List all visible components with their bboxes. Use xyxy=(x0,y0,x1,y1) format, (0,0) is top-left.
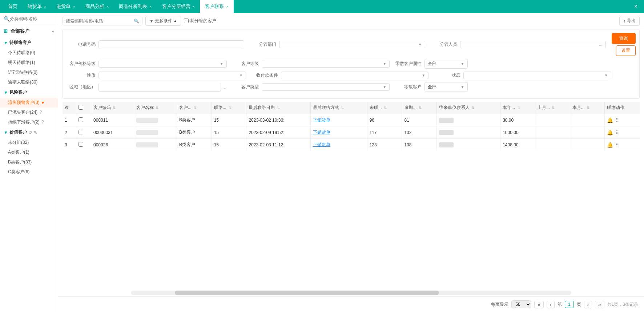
nav-customer-contact[interactable]: 客户联系 × xyxy=(200,0,233,13)
export-button[interactable]: ↑ 导出 xyxy=(619,16,640,26)
nav-product-analysis-close[interactable]: × xyxy=(106,4,109,9)
adv-filter-action-btns: 查询 设置 xyxy=(612,33,636,56)
sidebar-item-declining[interactable]: 持续下滑客户(2) ? xyxy=(0,117,58,127)
price-tier-select[interactable]: ▼ xyxy=(98,60,227,68)
sort-nocontact-icon[interactable]: ⇅ xyxy=(384,106,387,110)
export-icon: ↑ xyxy=(623,19,625,24)
action-more-icon[interactable]: ⠿ xyxy=(615,142,619,148)
sort-person-icon[interactable]: ⇅ xyxy=(471,106,474,110)
nav-product-analysis-list[interactable]: 商品分析列表 × xyxy=(114,0,157,13)
payment-select[interactable]: ▼ xyxy=(281,72,428,79)
action-more-icon[interactable]: ⠿ xyxy=(615,117,619,123)
per-page-label: 每页显示 xyxy=(491,301,508,308)
nav-product-analysis[interactable]: 商品分析 × xyxy=(80,0,114,13)
col-action: 联络动作 xyxy=(605,102,640,114)
sidebar-group-value[interactable]: ▼ 价值客户 ↺ ✎ xyxy=(0,127,58,138)
refresh-icon[interactable]: ↺ xyxy=(28,130,32,135)
sidebar-item-today[interactable]: 今天待联络(0) xyxy=(0,48,58,58)
sidebar-all-customers[interactable]: ⊞ 全部客户 « xyxy=(0,25,58,37)
page-last-btn[interactable]: » xyxy=(595,301,604,308)
sort-lastmonth-icon[interactable]: ⇅ xyxy=(552,106,555,110)
status-select[interactable]: ▼ xyxy=(463,72,611,79)
my-customers-checkbox[interactable] xyxy=(184,19,189,23)
window-close-icon[interactable]: × xyxy=(631,3,641,10)
sort-type-icon[interactable]: ⇅ xyxy=(193,106,196,110)
sidebar-search-input[interactable] xyxy=(10,16,58,21)
retail-attr-select[interactable]: 全部 ▼ xyxy=(424,59,467,69)
edit-icon[interactable]: ✎ xyxy=(33,130,37,135)
sidebar-item-type-a[interactable]: A类客户(1) xyxy=(0,147,58,157)
sidebar-item-ungrouped[interactable]: 未分组(32) xyxy=(0,138,58,147)
scrollbar-thumb[interactable] xyxy=(175,291,439,295)
row-contact-count: 15 xyxy=(212,126,246,139)
page-first-btn[interactable]: « xyxy=(534,301,543,308)
row-this-month xyxy=(570,139,605,151)
dept-select[interactable]: ▼ xyxy=(279,41,425,48)
sort-contact-icon[interactable]: ⇅ xyxy=(228,106,231,110)
filter-search-icon[interactable]: 🔍 xyxy=(134,19,139,24)
query-button[interactable]: 查询 xyxy=(612,33,636,44)
sort-year-icon[interactable]: ⇅ xyxy=(517,106,520,110)
sort-method-icon[interactable]: ⇅ xyxy=(341,106,344,110)
nav-sales-order[interactable]: 销货单 × xyxy=(23,0,51,13)
filter-search-input[interactable] xyxy=(66,19,134,24)
nav-sales-order-close[interactable]: × xyxy=(44,4,46,9)
table-row: 1 000011 B类客户 15 2023-03-02 10:30: 下销货单 … xyxy=(63,114,640,126)
nav-customer-contact-close[interactable]: × xyxy=(226,4,228,9)
nav-purchase-order-close[interactable]: × xyxy=(73,4,75,9)
sort-code-icon[interactable]: ⇅ xyxy=(113,106,116,110)
sidebar-item-churn-warning[interactable]: 流失预警客户(3) ● xyxy=(0,98,58,108)
row-code: 000026 xyxy=(91,139,134,151)
action-more-icon[interactable]: ⠿ xyxy=(615,130,619,135)
horizontal-scrollbar[interactable] xyxy=(131,291,571,295)
row-customer-type: B类客户 xyxy=(177,126,212,139)
nav-product-analysis-list-close[interactable]: × xyxy=(149,4,152,9)
nav-customer-tier-close[interactable]: × xyxy=(193,4,195,9)
page-prev-btn[interactable]: ‹ xyxy=(547,301,555,308)
adv-field-status: 状态 ▼ xyxy=(431,72,611,79)
page-next-btn[interactable]: › xyxy=(584,301,592,308)
person-select[interactable]: … xyxy=(460,41,606,48)
customer-tier-select[interactable]: ▼ xyxy=(262,60,390,68)
sort-overdue-icon[interactable]: ⇅ xyxy=(419,106,422,110)
filter-my-customers[interactable]: 我分管的客户 xyxy=(184,18,216,24)
sidebar-item-tomorrow[interactable]: 明天待联络(1) xyxy=(0,58,58,68)
retail-select[interactable]: 全部 ▼ xyxy=(424,82,467,92)
row-checkbox[interactable] xyxy=(76,126,91,139)
filter-more-btn[interactable]: ▼ 更多条件 ▲ xyxy=(145,16,181,26)
dept-select-arrow: ▼ xyxy=(418,42,422,46)
sidebar-group-pending-arrow: ▼ xyxy=(4,40,8,45)
sidebar-item-overdue[interactable]: 逾期未联络(30) xyxy=(0,77,58,87)
region-label: 区域（地区） xyxy=(67,84,96,90)
sort-date-icon[interactable]: ⇅ xyxy=(277,106,280,110)
sidebar-item-type-b[interactable]: B类客户(33) xyxy=(0,157,58,167)
row-checkbox[interactable] xyxy=(76,139,91,151)
sidebar-item-type-c[interactable]: C类客户(6) xyxy=(0,167,58,177)
nav-purchase-order[interactable]: 进货单 × xyxy=(51,0,80,13)
customer-type-select[interactable]: ▼ xyxy=(262,83,390,91)
setting-button[interactable]: 设置 xyxy=(616,45,636,56)
sort-thismonth-icon[interactable]: ⇅ xyxy=(587,106,589,110)
action-contact-icon[interactable]: 🔔 xyxy=(607,142,613,148)
action-contact-icon[interactable]: 🔔 xyxy=(607,117,613,123)
nav-home[interactable]: 首页 xyxy=(3,0,23,13)
nav-customer-tier[interactable]: 客户分层经营 × xyxy=(157,0,200,13)
region-dots[interactable]: … xyxy=(222,85,227,90)
col-this-year: 本年... ⇅ xyxy=(500,102,535,114)
per-page-select[interactable]: 50 100 xyxy=(511,300,531,308)
phone-input[interactable] xyxy=(98,40,244,49)
sidebar-item-7days[interactable]: 近7天待联络(0) xyxy=(0,68,58,77)
region-input[interactable] xyxy=(98,83,221,92)
nature-select[interactable]: ▼ xyxy=(98,72,246,79)
sidebar-item-churned[interactable]: 已流失客户(24) ? xyxy=(0,108,58,117)
sidebar-group-pending[interactable]: ▼ 待联络客户 xyxy=(0,37,58,48)
row-checkbox[interactable] xyxy=(76,114,91,126)
row-this-year: 30.00 xyxy=(500,114,535,126)
table-gear-icon[interactable]: ⚙ xyxy=(65,105,69,110)
action-contact-icon[interactable]: 🔔 xyxy=(607,130,613,135)
sidebar-group-risk[interactable]: ▼ 风险客户 xyxy=(0,87,58,98)
status-arrow: ▼ xyxy=(604,73,608,77)
sort-name-icon[interactable]: ⇅ xyxy=(156,106,158,110)
row-last-method: 下销货单 xyxy=(310,139,367,151)
select-all-checkbox[interactable] xyxy=(79,105,83,110)
